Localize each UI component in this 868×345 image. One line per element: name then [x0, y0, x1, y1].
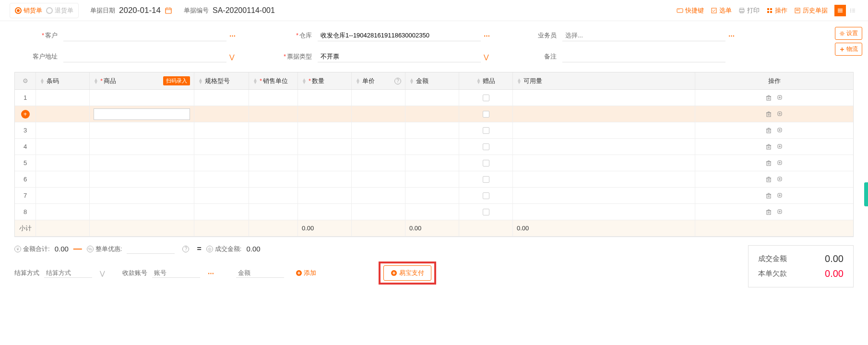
warehouse-more-icon[interactable]: ⋯ — [481, 32, 493, 39]
gift-checkbox[interactable] — [483, 143, 489, 150]
cell-gift[interactable] — [459, 188, 513, 203]
cell-amount[interactable] — [405, 204, 459, 220]
delete-row-icon[interactable] — [765, 208, 772, 216]
copy-row-icon[interactable] — [777, 143, 784, 151]
cell-amount[interactable] — [405, 155, 459, 171]
invoice-dropdown-icon[interactable]: ⋁ — [481, 53, 492, 60]
cell-product[interactable] — [90, 139, 194, 155]
address-input[interactable] — [63, 51, 226, 62]
gift-checkbox[interactable] — [483, 209, 489, 215]
cell-unit[interactable] — [249, 122, 298, 138]
cell-barcode[interactable] — [36, 171, 90, 187]
cell-qty[interactable] — [298, 106, 352, 122]
yibao-pay-button[interactable]: 易宝支付 — [383, 265, 431, 281]
date-value[interactable]: 2020-01-14 — [119, 6, 161, 15]
cell-amount[interactable] — [405, 90, 459, 106]
th-available[interactable]: ▲▼可用量 — [513, 72, 695, 89]
cell-barcode[interactable] — [36, 90, 90, 106]
cell-gift[interactable] — [459, 155, 513, 171]
cell-price[interactable] — [352, 122, 405, 138]
add-payment-button[interactable]: 添加 — [296, 269, 316, 277]
delete-row-icon[interactable] — [765, 192, 772, 200]
print-button[interactable]: 打印 — [738, 6, 760, 15]
th-settings[interactable]: ⚙ — [15, 72, 36, 89]
cell-unit[interactable] — [249, 90, 298, 106]
salesman-more-icon[interactable]: ⋯ — [725, 32, 737, 39]
cell-spec[interactable] — [194, 155, 249, 171]
cell-gift[interactable] — [459, 171, 513, 187]
cell-price[interactable] — [352, 171, 405, 187]
gift-checkbox[interactable] — [483, 111, 489, 118]
cell-price[interactable] — [352, 139, 405, 155]
cell-price[interactable] — [352, 106, 405, 122]
copy-row-icon[interactable] — [777, 176, 784, 183]
cell-barcode[interactable] — [36, 204, 90, 220]
cell-spec[interactable] — [194, 122, 249, 138]
cell-product[interactable] — [90, 90, 194, 106]
cell-qty[interactable] — [298, 204, 352, 220]
cell-spec[interactable] — [194, 139, 249, 155]
copy-row-icon[interactable] — [777, 192, 784, 200]
gift-checkbox[interactable] — [483, 95, 489, 101]
cell-qty[interactable] — [298, 139, 352, 155]
delete-row-icon[interactable] — [765, 127, 772, 134]
th-barcode[interactable]: ▲▼条码 — [36, 72, 90, 89]
cell-amount[interactable] — [405, 139, 459, 155]
remark-input[interactable] — [562, 51, 725, 62]
copy-row-icon[interactable] — [777, 159, 784, 167]
address-dropdown-icon[interactable]: ⋁ — [226, 53, 238, 60]
cell-barcode[interactable] — [36, 155, 90, 171]
cell-spec[interactable] — [194, 171, 249, 187]
cell-qty[interactable] — [298, 188, 352, 203]
delete-row-icon[interactable] — [765, 110, 772, 118]
add-row-button[interactable]: + — [21, 110, 30, 119]
warehouse-input[interactable] — [318, 30, 481, 41]
cell-unit[interactable] — [249, 204, 298, 220]
cell-qty[interactable] — [298, 90, 352, 106]
customer-input[interactable] — [63, 30, 226, 41]
th-sales-unit[interactable]: ▲▼*销售单位 — [249, 72, 298, 89]
cell-amount[interactable] — [405, 122, 459, 138]
logistics-button[interactable]: 物流 — [835, 43, 862, 56]
gift-checkbox[interactable] — [483, 192, 489, 199]
cell-gift[interactable] — [459, 139, 513, 155]
cell-unit[interactable] — [249, 188, 298, 203]
th-qty[interactable]: ▲▼*数量 — [298, 72, 352, 89]
cell-product[interactable] — [90, 204, 194, 220]
cell-barcode[interactable] — [36, 188, 90, 203]
copy-row-icon[interactable] — [777, 127, 784, 134]
cell-product[interactable] — [90, 171, 194, 187]
cell-barcode[interactable] — [36, 106, 90, 122]
cell-price[interactable] — [352, 155, 405, 171]
cell-unit[interactable] — [249, 139, 298, 155]
cell-product[interactable] — [90, 155, 194, 171]
cell-qty[interactable] — [298, 155, 352, 171]
cell-product[interactable] — [90, 188, 194, 203]
discount-input[interactable] — [127, 244, 175, 254]
copy-row-icon[interactable] — [777, 94, 784, 102]
cell-spec[interactable] — [194, 90, 249, 106]
operate-button[interactable]: 操作 — [766, 6, 787, 15]
history-button[interactable]: 历史单据 — [794, 6, 828, 15]
settings-button[interactable]: 设置 — [835, 27, 862, 40]
shortcut-button[interactable]: 快捷键 — [677, 6, 704, 15]
cell-amount[interactable] — [405, 106, 459, 122]
settle-input[interactable] — [44, 268, 92, 278]
cell-spec[interactable] — [194, 188, 249, 203]
customer-more-icon[interactable]: ⋯ — [226, 32, 238, 39]
cell-amount[interactable] — [405, 188, 459, 203]
cell-barcode[interactable] — [36, 139, 90, 155]
cell-qty[interactable] — [298, 122, 352, 138]
invoice-type-input[interactable] — [318, 51, 481, 62]
select-order-button[interactable]: 选单 — [711, 6, 732, 15]
gift-checkbox[interactable] — [483, 127, 489, 134]
delete-row-icon[interactable] — [765, 176, 772, 183]
th-amount[interactable]: ▲▼金额 — [405, 72, 459, 89]
th-product[interactable]: ▲▼*商品扫码录入 — [90, 72, 194, 89]
calendar-icon[interactable] — [165, 6, 172, 14]
th-gift[interactable]: ▲▼赠品 — [459, 72, 513, 89]
account-input[interactable] — [152, 268, 200, 278]
settle-dropdown-icon[interactable]: ⋁ — [97, 270, 108, 277]
cell-gift[interactable] — [459, 122, 513, 138]
cell-amount[interactable] — [405, 171, 459, 187]
